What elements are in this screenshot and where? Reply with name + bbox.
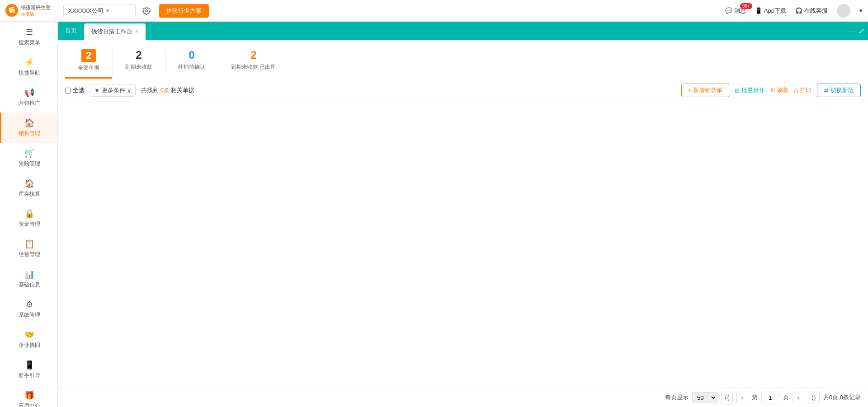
sidebar-label-guide: 新手引导 (19, 372, 40, 379)
new-sales-order-button[interactable]: + 新增销货单 (681, 84, 729, 97)
sidebar-item-marketing[interactable]: 📢 营销推广 (0, 82, 57, 112)
current-page-input[interactable] (761, 392, 779, 403)
stat-label-wangfu: 旺辅待确认 (178, 63, 205, 71)
filter-button[interactable]: ▼ 更多条件 ∨ (90, 84, 136, 97)
sidebar-label-search-menu: 搜索菜单 (19, 39, 40, 47)
stat-tab-overdue-shipped[interactable]: 2 到期未收款 已出库 (218, 45, 288, 79)
print-icon: ⎙ (794, 87, 798, 94)
sidebar-label-basic-info: 基础信息 (19, 281, 40, 289)
user-name-area[interactable]: ▾ (859, 7, 863, 14)
table-area (58, 102, 868, 388)
online-service-label: 在线客服 (804, 7, 828, 15)
tab-active-label: 钱货日清工作台 (91, 28, 132, 36)
refresh-button[interactable]: ↻ 刷新 (770, 86, 789, 94)
stat-tab-wangfu[interactable]: 0 旺辅待确认 (165, 45, 218, 79)
select-all-label: 全选 (73, 86, 85, 94)
inventory-icon: 🏠 (24, 178, 34, 188)
tab-home[interactable]: 首页 (58, 22, 84, 40)
marketing-icon: 📢 (24, 88, 34, 98)
stat-num-overdue-shipped: 2 (250, 49, 256, 61)
purchase-icon: 🛒 (24, 148, 34, 158)
avatar[interactable] (837, 4, 850, 18)
sidebar-label-operation: 经营管理 (19, 251, 40, 258)
sidebar-item-system[interactable]: ⚙ 系统管理 (0, 294, 57, 324)
next-page-button[interactable]: › (793, 392, 804, 403)
switch-version-button[interactable]: ⇄ 切换新版 (817, 84, 861, 97)
toolbar-right: + 新增销货单 ⊞ 批量操作 ↻ 刷新 ⎙ 打印 ⇄ (681, 84, 861, 97)
footer-pagination: 每页显示 50 100 200 ⟨⟨ ‹ 第 页 › ⟩⟩ 共0页,0条记录 (58, 388, 868, 407)
stat-num-all: 2 (81, 49, 96, 62)
basic-info-icon: 📊 (24, 269, 34, 279)
enterprise-icon: 🤝 (24, 330, 34, 340)
maximize-icon[interactable]: ⤢ (859, 27, 864, 35)
filter-label: 更多条件 (102, 86, 125, 94)
sidebar-item-finance[interactable]: 🔒 资金管理 (0, 203, 57, 234)
sidebar-item-inventory[interactable]: 🏠 库存核算 (0, 173, 57, 203)
page-label-2: 页 (783, 393, 789, 402)
logo-name: 畅捷通好生意 (21, 4, 51, 10)
sidebar-label-purchase: 采购管理 (19, 160, 40, 168)
sidebar-label-finance: 资金管理 (19, 220, 40, 228)
sidebar-item-basic-info[interactable]: 📊 基础信息 (0, 264, 57, 294)
page-size-select[interactable]: 50 100 200 (692, 392, 717, 403)
stat-label-all: 全部单据 (78, 64, 99, 72)
last-page-button[interactable]: ⟩⟩ (808, 392, 820, 403)
batch-icon: ⊞ (735, 87, 740, 94)
sidebar-label-sales: 销售管理 (19, 130, 40, 137)
logo-icon: 畅 (5, 4, 18, 17)
select-all-checkbox[interactable]: 全选 (65, 86, 85, 94)
logo-area: 畅 畅捷通好生意 标准版 (5, 4, 63, 17)
minimize-icon[interactable]: — (848, 27, 855, 35)
search-menu-icon: ☰ (26, 27, 33, 37)
stat-num-overdue: 2 (136, 49, 142, 61)
sidebar-item-enterprise[interactable]: 🤝 企业协同 (0, 324, 57, 355)
company-selector[interactable]: XXXXXX公司 ▾ (63, 5, 136, 17)
sidebar-label-inventory: 库存核算 (19, 190, 40, 198)
batch-operation-button[interactable]: ⊞ 批量操作 (735, 86, 765, 94)
sidebar-label-quick-nav: 快捷导航 (19, 69, 40, 77)
stat-label-overdue: 到期未收款 (125, 63, 152, 71)
sidebar-item-operation[interactable]: 📋 经营管理 (0, 234, 57, 264)
sidebar-item-quick-nav[interactable]: ⚡ 快捷导航 (0, 52, 57, 82)
logo-text: 畅捷通好生意 标准版 (21, 4, 51, 17)
per-page-label: 每页显示 (665, 393, 689, 402)
finance-icon: 🔒 (24, 209, 34, 219)
found-text: 共找到 0条 相关单据 (141, 86, 194, 94)
close-tab-icon[interactable]: × (135, 28, 138, 35)
sidebar-item-search-menu[interactable]: ☰ 搜索菜单 (0, 22, 57, 52)
sidebar-item-sales[interactable]: 🏠 销售管理 (0, 112, 57, 143)
sidebar: ☰ 搜索菜单 ⚡ 快捷导航 📢 营销推广 🏠 销售管理 🛒 采购管理 🏠 库存核… (0, 22, 58, 407)
chevron-down-icon-user: ▾ (859, 7, 863, 14)
app-download-button[interactable]: 📱 App下载 (755, 7, 786, 15)
tab-bar: 首页 钱货日清工作台 × — ⤢ (58, 22, 868, 40)
switch-icon: ⇄ (824, 87, 829, 94)
found-count: 0条 (160, 87, 170, 94)
chevron-down-icon: ▾ (106, 7, 109, 14)
stat-tab-overdue[interactable]: 2 到期未收款 (113, 45, 165, 79)
first-page-button[interactable]: ⟨⟨ (721, 392, 733, 403)
batch-label: 批量操作 (741, 86, 765, 94)
logo-version: 标准版 (21, 11, 51, 17)
settings-button[interactable] (139, 4, 154, 18)
prev-page-button[interactable]: ‹ (736, 392, 748, 403)
chevron-down-filter-icon: ∨ (127, 87, 132, 94)
sidebar-item-guide[interactable]: 📱 新手引导 (0, 355, 57, 385)
message-button[interactable]: 💬 消息 99+ (725, 7, 746, 15)
content-area: 首页 钱货日清工作台 × — ⤢ 2 全部单据 (58, 22, 868, 407)
mobile-icon: 📱 (755, 7, 762, 14)
online-service-button[interactable]: 🎧 在线客服 (795, 7, 828, 15)
stat-tab-all[interactable]: 2 全部单据 (65, 45, 112, 79)
refresh-label: 刷新 (777, 86, 789, 94)
tab-active[interactable]: 钱货日清工作台 × (84, 23, 146, 40)
quick-nav-icon: ⚡ (24, 57, 34, 67)
select-all-input[interactable] (65, 88, 71, 94)
print-label: 打印 (800, 86, 811, 94)
stat-num-wangfu: 0 (189, 49, 194, 61)
sidebar-item-app-center[interactable]: 🎁 应用中心 (0, 385, 57, 407)
experience-button[interactable]: 体验行业方案 (159, 4, 209, 18)
message-icon: 💬 (725, 7, 732, 14)
sidebar-item-purchase[interactable]: 🛒 采购管理 (0, 143, 57, 173)
service-icon: 🎧 (795, 7, 802, 14)
toolbar-left: 全选 ▼ 更多条件 ∨ 共找到 0条 相关单据 (65, 84, 194, 97)
print-button[interactable]: ⎙ 打印 (794, 86, 811, 94)
